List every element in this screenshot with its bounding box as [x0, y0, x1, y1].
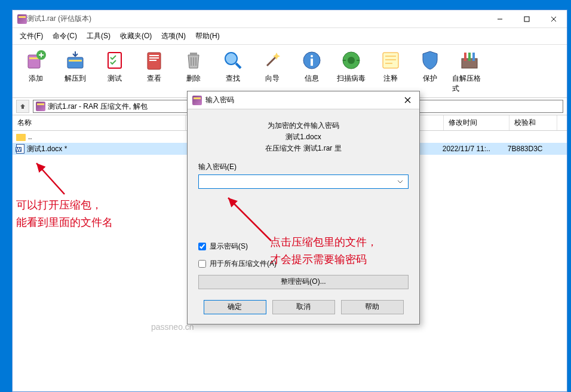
menubar: 文件(F) 命令(C) 工具(S) 收藏夹(O) 选项(N) 帮助(H)	[13, 28, 567, 45]
archive-icon	[36, 102, 45, 111]
toolbar-comment[interactable]: 注释	[373, 47, 408, 95]
menu-help[interactable]: 帮助(H)	[191, 29, 225, 43]
svg-rect-28	[383, 53, 398, 68]
password-input[interactable]	[198, 174, 409, 189]
ok-button[interactable]: 确定	[204, 300, 266, 314]
svg-point-22	[311, 55, 313, 57]
dialog-app-icon	[192, 96, 202, 105]
find-icon	[221, 48, 245, 72]
toolbar-extract[interactable]: 解压到	[58, 47, 93, 95]
test-icon	[103, 48, 127, 72]
toolbar-wizard[interactable]: 向导	[255, 47, 290, 95]
path-text: 测试1.rar - RAR 压缩文件, 解包	[48, 102, 148, 112]
svg-rect-23	[311, 59, 313, 66]
svg-rect-11	[149, 55, 159, 56]
password-dialog: 输入密码 为加密的文件输入密码 测试1.docx 在压缩文件 测试1.rar 里…	[187, 91, 420, 324]
svg-rect-1	[524, 17, 529, 22]
protect-icon	[418, 48, 442, 72]
svg-rect-35	[472, 53, 475, 61]
svg-rect-14	[190, 53, 197, 55]
add-icon	[24, 48, 48, 72]
toolbar-delete[interactable]: 删除	[176, 47, 211, 95]
sfx-icon	[458, 48, 481, 72]
up-button[interactable]	[16, 100, 29, 113]
menu-options[interactable]: 选项(N)	[156, 29, 191, 43]
show-password-checkbox[interactable]	[198, 243, 206, 250]
svg-rect-12	[149, 57, 159, 59]
svg-line-36	[36, 163, 65, 194]
dialog-close-button[interactable]	[395, 91, 419, 109]
col-crc[interactable]: 校验和	[509, 115, 557, 130]
extract-icon	[63, 48, 87, 72]
toolbar-scan[interactable]: 扫描病毒	[334, 47, 369, 95]
svg-rect-8	[69, 60, 82, 62]
docx-icon	[16, 144, 24, 154]
delete-icon	[182, 48, 205, 72]
titlebar: 测试1.rar (评估版本)	[13, 10, 567, 28]
col-date[interactable]: 修改时间	[444, 115, 509, 130]
svg-line-19	[236, 63, 241, 68]
all-archives-checkbox[interactable]	[198, 260, 206, 268]
svg-rect-33	[464, 53, 466, 61]
svg-point-25	[348, 57, 355, 64]
cancel-button[interactable]: 取消	[272, 300, 335, 314]
menu-commands[interactable]: 命令(C)	[48, 29, 82, 43]
col-name[interactable]: 名称	[13, 115, 186, 130]
maximize-button[interactable]	[513, 10, 540, 28]
minimize-button[interactable]	[486, 10, 513, 28]
close-button[interactable]	[540, 10, 567, 28]
menu-tools[interactable]: 工具(S)	[82, 29, 115, 43]
toolbar-add[interactable]: 添加	[19, 47, 53, 95]
svg-point-18	[225, 53, 237, 65]
svg-rect-34	[468, 53, 471, 61]
app-icon	[17, 14, 27, 24]
window-title: 测试1.rar (评估版本)	[27, 14, 486, 24]
toolbar-view[interactable]: 查看	[137, 47, 171, 95]
all-archives-check[interactable]: 用于所有压缩文件(A)	[188, 259, 419, 269]
folder-icon	[16, 134, 26, 141]
show-password-check[interactable]: 显示密码(S)	[188, 241, 419, 252]
toolbar: 添加 解压到 测试 查看 删除 查找	[13, 45, 567, 98]
dialog-message: 为加密的文件输入密码 测试1.docx 在压缩文件 测试1.rar 里	[188, 109, 419, 162]
toolbar-test[interactable]: 测试	[97, 47, 132, 95]
scan-icon	[339, 48, 363, 72]
comment-icon	[379, 48, 403, 72]
wizard-icon	[260, 48, 284, 72]
toolbar-protect[interactable]: 保护	[413, 47, 447, 95]
annotation-left: 可以打开压缩包， 能看到里面的文件名	[16, 197, 113, 231]
annotation-arrow-left	[32, 158, 73, 200]
svg-rect-13	[149, 60, 156, 61]
dialog-title: 输入密码	[205, 95, 395, 105]
svg-line-20	[267, 56, 277, 66]
dialog-titlebar: 输入密码	[188, 91, 419, 109]
help-button[interactable]: 帮助	[341, 300, 404, 314]
chevron-down-icon[interactable]	[395, 176, 406, 187]
menu-favorites[interactable]: 收藏夹(O)	[115, 29, 156, 43]
manage-passwords-button[interactable]: 整理密码(O)...	[198, 275, 409, 289]
toolbar-find[interactable]: 查找	[216, 47, 250, 95]
toolbar-sfx[interactable]: 自解压格式	[452, 47, 487, 95]
view-icon	[142, 48, 166, 72]
password-label: 输入密码(E)	[198, 162, 409, 172]
svg-rect-9	[108, 53, 121, 68]
toolbar-info[interactable]: 信息	[294, 47, 329, 95]
info-icon	[300, 48, 324, 72]
svg-rect-7	[67, 57, 83, 68]
menu-file[interactable]: 文件(F)	[15, 29, 48, 43]
